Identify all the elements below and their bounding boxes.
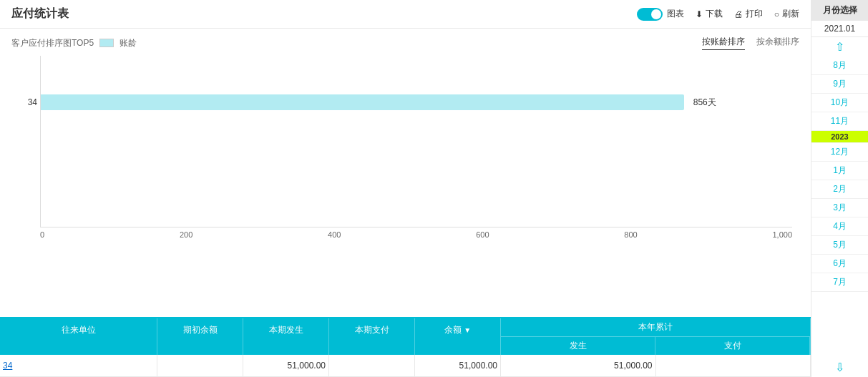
download-button[interactable]: ⬇ 下载 bbox=[696, 8, 723, 20]
month-item[interactable]: 11月 bbox=[811, 112, 868, 131]
x-axis-label: 600 bbox=[476, 230, 489, 239]
chart-toggle-label: 图表 bbox=[667, 8, 684, 20]
bar-row: 34856天 bbox=[41, 92, 792, 113]
month-item[interactable]: 12月 bbox=[811, 143, 868, 162]
main-content: 应付统计表 图表 ⬇ 下载 🖨 打印 ○ 刷新 客户应付排序图TOP5 bbox=[0, 0, 811, 377]
x-axis-label: 1,000 bbox=[772, 230, 792, 239]
bar-fill: 856天 bbox=[41, 94, 684, 110]
chart-toggle[interactable] bbox=[637, 8, 663, 21]
month-item[interactable]: 9月 bbox=[811, 75, 868, 94]
refresh-button[interactable]: ○ 刷新 bbox=[774, 8, 799, 20]
header: 应付统计表 图表 ⬇ 下载 🖨 打印 ○ 刷新 bbox=[0, 0, 811, 29]
month-list: 8月9月10月11月202312月1月2月3月4月5月6月7月 bbox=[811, 57, 868, 358]
month-item[interactable]: 4月 bbox=[811, 217, 868, 236]
sidebar-month-header: 月份选择 bbox=[811, 0, 868, 21]
x-axis-label: 800 bbox=[624, 230, 637, 239]
legend-box bbox=[99, 39, 114, 47]
month-item[interactable]: 7月 bbox=[811, 273, 868, 292]
unit-link[interactable]: 34 bbox=[3, 361, 12, 371]
col-unit-header: 往来单位 bbox=[0, 318, 157, 355]
refresh-icon: ○ bbox=[774, 9, 779, 19]
col-ytd-header: 本年累计 发生 支付 bbox=[501, 318, 811, 355]
x-axis: 02004006008001,000 bbox=[40, 227, 792, 239]
ytd-sub-headers: 发生 支付 bbox=[501, 337, 810, 355]
x-axis-label: 200 bbox=[180, 230, 192, 239]
table-section: 往来单位 期初余额 本期发生 本期支付 余额 ▼ 本年累计 发生 支付 3451… bbox=[0, 317, 811, 377]
download-icon: ⬇ bbox=[696, 9, 703, 19]
x-axis-label: 0 bbox=[40, 230, 44, 239]
bar-value-label: 856天 bbox=[693, 97, 716, 109]
table-cell: 51,000.00 bbox=[415, 355, 501, 376]
ytd-occur-header: 发生 bbox=[501, 337, 655, 355]
col-pay-header: 本期支付 bbox=[329, 318, 415, 355]
sort-by-amount-tab[interactable]: 按账龄排序 bbox=[702, 36, 745, 50]
table-body: 3451,000.0051,000.0051,000.00 bbox=[0, 355, 811, 377]
sidebar-current-month: 2021.01 bbox=[811, 21, 868, 37]
ytd-cells: 51,000.00 bbox=[501, 355, 811, 376]
print-button[interactable]: 🖨 打印 bbox=[734, 8, 763, 20]
chart-toggle-container: 图表 bbox=[637, 8, 684, 21]
ytd-occur-cell: 51,000.00 bbox=[501, 355, 656, 376]
print-icon: 🖨 bbox=[734, 9, 743, 19]
chart-area: 客户应付排序图TOP5 账龄 按账龄排序 按余额排序 34856天 020040… bbox=[0, 29, 811, 317]
bar-y-label: 34 bbox=[16, 97, 37, 107]
table-cell bbox=[157, 355, 243, 376]
page-title: 应付统计表 bbox=[11, 6, 69, 21]
x-axis-label: 400 bbox=[328, 230, 341, 239]
ytd-pay-cell bbox=[656, 355, 811, 376]
header-actions: 图表 ⬇ 下载 🖨 打印 ○ 刷新 bbox=[637, 8, 799, 21]
chart-legend: 客户应付排序图TOP5 账龄 bbox=[11, 37, 137, 49]
bar-chart-inner: 34856天 bbox=[40, 56, 792, 227]
sidebar: 月份选择 2021.01 ⇧ 8月9月10月11月202312月1月2月3月4月… bbox=[811, 0, 868, 377]
month-item[interactable]: 10月 bbox=[811, 94, 868, 112]
month-item[interactable]: 3月 bbox=[811, 199, 868, 217]
ytd-pay-header: 支付 bbox=[655, 337, 810, 355]
table-cell[interactable]: 34 bbox=[0, 355, 157, 376]
col-balance-header: 余额 ▼ bbox=[415, 318, 501, 355]
month-item[interactable]: 1月 bbox=[811, 162, 868, 180]
legend-item-label: 账龄 bbox=[120, 37, 137, 49]
year-badge: 2023 bbox=[811, 131, 868, 143]
sort-by-balance-tab[interactable]: 按余额排序 bbox=[756, 36, 799, 50]
sidebar-prev-btn[interactable]: ⇧ bbox=[811, 37, 868, 57]
month-item[interactable]: 2月 bbox=[811, 180, 868, 199]
col-occur-header: 本期发生 bbox=[243, 318, 329, 355]
bar-chart: 34856天 02004006008001,000 bbox=[11, 56, 799, 256]
sort-tabs: 按账龄排序 按余额排序 bbox=[702, 36, 799, 50]
chart-header: 客户应付排序图TOP5 账龄 按账龄排序 按余额排序 bbox=[11, 36, 799, 50]
col-opening-header: 期初余额 bbox=[157, 318, 243, 355]
month-item[interactable]: 8月 bbox=[811, 57, 868, 75]
table-cell: 51,000.00 bbox=[243, 355, 329, 376]
balance-sort-icon: ▼ bbox=[464, 326, 471, 334]
month-item[interactable]: 5月 bbox=[811, 236, 868, 255]
table-row: 3451,000.0051,000.0051,000.00 bbox=[0, 355, 811, 377]
ytd-label: 本年累计 bbox=[501, 318, 810, 337]
legend-title: 客户应付排序图TOP5 bbox=[11, 37, 94, 49]
month-item[interactable]: 6月 bbox=[811, 255, 868, 273]
sidebar-next-btn[interactable]: ⇩ bbox=[811, 358, 868, 377]
table-cell bbox=[329, 355, 415, 376]
table-header: 往来单位 期初余额 本期发生 本期支付 余额 ▼ 本年累计 发生 支付 bbox=[0, 318, 811, 355]
